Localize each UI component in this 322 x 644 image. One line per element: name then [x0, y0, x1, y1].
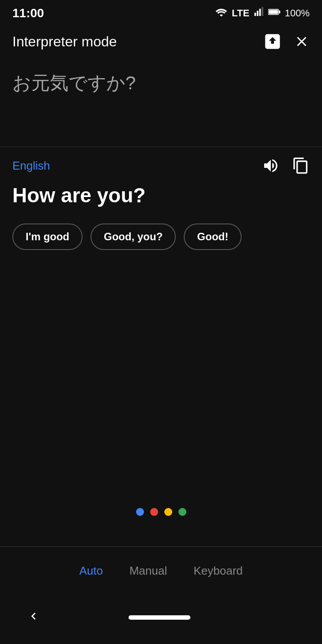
translation-actions [262, 157, 310, 174]
status-time: 11:00 [12, 6, 44, 20]
wifi-icon [215, 7, 227, 19]
translation-text: How are you? [12, 183, 310, 208]
translation-section: English How are you? I'm good Good, you?… [0, 147, 322, 262]
svg-rect-5 [279, 11, 280, 13]
google-dot-green [178, 508, 186, 516]
home-pill[interactable] [129, 615, 190, 620]
chip-good[interactable]: Good! [184, 224, 242, 250]
close-button[interactable] [294, 34, 310, 49]
google-dot-red [150, 508, 158, 516]
svg-rect-0 [254, 13, 256, 16]
header-actions [264, 33, 310, 50]
speaker-button[interactable] [262, 157, 280, 174]
source-text: お元気ですか? [12, 72, 136, 93]
app-header: Interpreter mode [0, 25, 322, 58]
source-text-section: お元気ですか? [0, 58, 322, 147]
lte-label: LTE [232, 8, 250, 19]
battery-icon [268, 7, 280, 19]
status-icons: LTE 100% [215, 7, 310, 19]
chip-good-you[interactable]: Good, you? [91, 224, 176, 250]
language-row: English [12, 157, 310, 174]
battery-percentage: 100% [285, 8, 310, 19]
tab-auto[interactable]: Auto [79, 564, 103, 578]
navigation-bar [0, 591, 322, 644]
language-label: English [12, 159, 50, 173]
tab-keyboard[interactable]: Keyboard [193, 564, 242, 578]
page-title: Interpreter mode [12, 34, 117, 50]
signal-icon [254, 7, 264, 19]
google-dot-blue [136, 508, 144, 516]
add-to-home-button[interactable] [264, 33, 281, 50]
quick-reply-chips: I'm good Good, you? Good! [12, 224, 310, 250]
status-bar: 11:00 LTE 100% [0, 0, 322, 25]
svg-rect-1 [257, 11, 258, 16]
bottom-divider [0, 546, 322, 547]
tab-manual[interactable]: Manual [129, 564, 167, 578]
svg-rect-6 [269, 10, 278, 14]
google-dots [0, 508, 322, 516]
copy-button[interactable] [292, 157, 310, 174]
google-dot-yellow [164, 508, 172, 516]
chip-im-good[interactable]: I'm good [12, 224, 83, 250]
bottom-mode-tabs: Auto Manual Keyboard [0, 555, 322, 587]
back-button[interactable] [27, 609, 41, 626]
svg-rect-3 [261, 7, 263, 16]
svg-rect-2 [259, 9, 261, 16]
